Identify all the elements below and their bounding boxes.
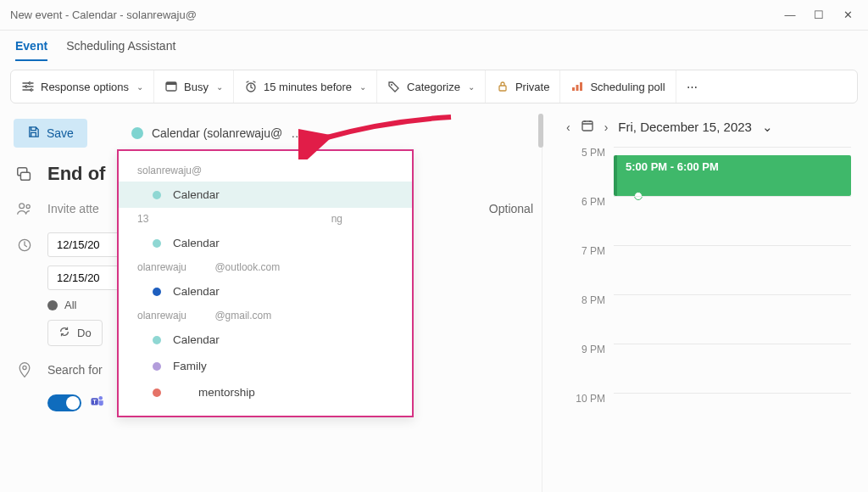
chevron-down-icon: ⌄ [311,126,321,140]
svg-rect-7 [499,86,506,91]
start-date-input[interactable] [47,232,122,257]
view-tabs: Event Scheduling Assistant [0,31,868,61]
hour-grid[interactable]: 5:00 PM - 6:00 PM 5 PM 6 PM 7 PM 8 PM 9 … [566,147,851,442]
dropdown-item-calendar[interactable]: Calendar [119,230,412,256]
chevron-down-icon: ⌄ [216,82,223,92]
lock-icon [496,80,509,93]
save-row: Save Calendar (solanrewaju@ … ⌄ [14,119,533,148]
categorize-button[interactable]: Categorize ⌄ [377,70,486,103]
alarm-icon [244,80,258,93]
repeat-button[interactable]: Do [47,320,103,346]
hour-row: 8 PM [566,294,851,344]
svg-rect-9 [576,85,579,91]
more-icon: ⋯ [687,81,698,93]
dropdown-item-calendar[interactable]: Calendar [119,278,412,305]
repeat-icon [58,326,70,340]
calendar-color-icon [131,127,143,139]
optional-button[interactable]: Optional [489,202,533,215]
reminder-label: 15 minutes before [264,81,352,93]
calendar-picker-label: Calendar (solanrewaju@ [152,126,282,140]
chevron-down-icon: ⌄ [359,82,366,92]
dropdown-item-calendar[interactable]: Calendar [119,182,412,208]
allday-toggle[interactable]: All [47,299,76,311]
teams-toggle[interactable] [47,394,81,411]
dropdown-account-2: olanrewaju @outlook.com [119,256,412,278]
save-button[interactable]: Save [14,119,87,148]
svg-rect-4 [166,82,176,85]
main-split: Save Calendar (solanrewaju@ … ⌄ solanrew… [10,114,858,492]
toolbar-overflow-button[interactable]: ⋯ [676,70,708,103]
chevron-down-icon: ⌄ [136,82,143,92]
svg-rect-10 [580,82,582,91]
hour-row: 7 PM [566,245,851,294]
minimize-icon[interactable]: — [785,10,795,20]
dropdown-account-0: solanrewaju@ [119,159,412,182]
sliders-icon [21,80,35,93]
private-button[interactable]: Private [486,70,560,103]
next-day-button[interactable]: › [604,120,609,134]
svg-rect-8 [572,87,575,91]
svg-point-13 [19,204,25,209]
dropdown-item-family[interactable]: Family [119,353,412,379]
hour-row: 5 PM [566,147,851,196]
response-options-button[interactable]: Response options ⌄ [11,70,154,103]
response-options-label: Response options [41,81,129,93]
busy-icon [164,80,178,93]
tag-icon [387,80,401,93]
hour-row: 9 PM [566,344,851,393]
toggle-knob-icon [47,300,58,310]
calendar-picker[interactable]: Calendar (solanrewaju@ … ⌄ [131,126,321,140]
dropdown-account-1: 13 ng [119,208,412,230]
location-icon [14,361,36,378]
teams-icon: T [90,394,105,412]
event-form: Save Calendar (solanrewaju@ … ⌄ solanrew… [10,114,542,492]
dropdown-item-mentorship[interactable]: mentorship [119,379,412,405]
calendar-dot-icon [153,288,161,296]
dropdown-item-calendar[interactable]: Calendar [119,327,412,353]
categorize-label: Categorize [407,81,460,93]
titlebar: New event - Calendar - solanrewaju@ — ☐ … [0,0,868,31]
chevron-down-icon: ⌄ [468,82,475,92]
chevron-down-icon: ⌄ [762,120,773,135]
maximize-icon[interactable]: ☐ [814,10,824,20]
reminder-button[interactable]: 15 minutes before ⌄ [234,70,377,103]
calendar-dot-icon [153,239,161,248]
save-icon [27,126,40,141]
svg-rect-20 [582,121,593,131]
svg-point-16 [23,366,26,369]
busy-label: Busy [184,81,209,93]
clock-icon [14,237,36,254]
location-input[interactable]: Search for [47,363,103,377]
end-date-input[interactable] [47,266,122,290]
toolbar: Response options ⌄ Busy ⌄ 15 minutes bef… [10,70,858,103]
scheduling-poll-label: Scheduling poll [590,81,665,93]
poll-icon [570,80,584,93]
day-preview: ‹ › Fri, December 15, 2023 ⌄ 5:00 PM - 6… [542,114,858,492]
private-label: Private [515,81,549,93]
window-title: New event - Calendar - solanrewaju@ [10,8,785,21]
description-icon [14,165,36,183]
scheduling-poll-button[interactable]: Scheduling poll [560,70,676,103]
calendar-dot-icon [153,362,161,371]
date-label: Fri, December 15, 2023 [618,120,752,134]
svg-point-6 [391,84,392,86]
svg-point-14 [26,204,30,208]
people-icon [14,200,36,217]
svg-rect-12 [20,172,30,180]
hour-row: 6 PM [566,196,851,245]
prev-day-button[interactable]: ‹ [566,120,570,134]
tab-event[interactable]: Event [15,39,47,61]
save-label: Save [47,126,74,140]
busy-button[interactable]: Busy ⌄ [154,70,234,103]
tab-scheduling-assistant[interactable]: Scheduling Assistant [66,39,175,61]
calendar-picker-ellipsis: … [291,126,303,140]
close-icon[interactable]: ✕ [843,10,853,20]
hour-row: 10 PM [566,393,851,442]
dropdown-account-3: olanrewaju @gmail.com [119,305,412,327]
svg-point-19 [99,396,103,400]
today-button[interactable] [581,119,594,135]
window-controls: — ☐ ✕ [785,10,858,20]
calendar-dropdown[interactable]: solanrewaju@ Calendar 13 ng Calendar ola… [117,149,414,417]
date-header: ‹ › Fri, December 15, 2023 ⌄ [566,119,851,135]
scrollbar[interactable] [538,114,543,148]
